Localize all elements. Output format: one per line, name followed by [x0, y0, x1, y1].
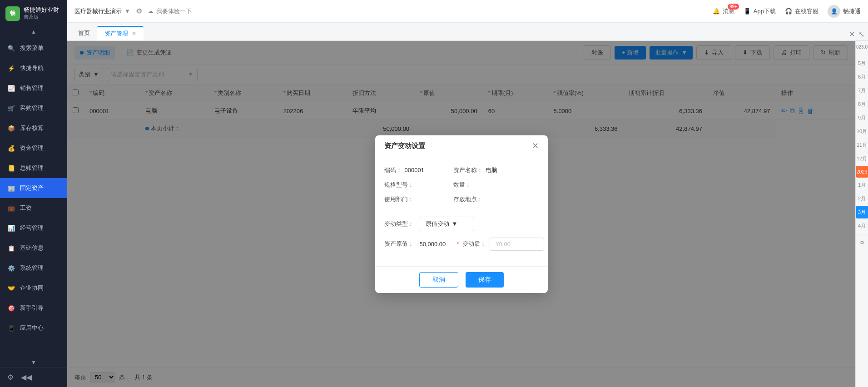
settings-gear-icon[interactable]: ⚙ [136, 7, 142, 15]
app-center-icon: 📱 [7, 324, 15, 332]
month-2[interactable]: 2月 [856, 192, 868, 205]
guide-icon: 🎯 [7, 304, 15, 312]
sidebar-item-search[interactable]: 🔍 搜索菜单 [0, 38, 67, 58]
spacer [862, 52, 863, 56]
month-11[interactable]: 11月 [856, 139, 868, 151]
cooperation-icon: 🤝 [7, 284, 15, 292]
headset-icon: 🎧 [785, 8, 792, 15]
after-label: 变动后： [462, 240, 486, 248]
collapse-icon[interactable]: ◀◀ [21, 373, 32, 382]
sidebar-item-ledger[interactable]: 📒 总账管理 [0, 158, 67, 178]
code-field: 编码： 000001 [384, 166, 448, 174]
user-menu[interactable]: 👤 畅捷通 [828, 5, 861, 18]
app-download-button[interactable]: 📱 App下载 [744, 7, 776, 15]
dept-field: 使用部门： [384, 195, 448, 203]
month-12[interactable]: 12月 [856, 152, 868, 165]
asset-value-label: 资产原值： [384, 240, 416, 248]
bell-icon: 🔔 [713, 8, 720, 15]
save-button[interactable]: 保存 [466, 272, 504, 288]
modal-row-1: 编码： 000001 资产名称： 电脑 [384, 166, 539, 174]
modal-close-button[interactable]: ✕ [532, 141, 539, 151]
month-1[interactable]: 1月 [856, 179, 868, 191]
customer-service-button[interactable]: 🎧 在线客服 [785, 7, 818, 15]
sidebar-item-purchase[interactable]: 🛒 采购管理 [0, 98, 67, 118]
topbar-right: 🔔 消息 99+ 📱 App下载 🎧 在线客服 👤 畅捷通 [713, 5, 861, 18]
month-10[interactable]: 10月 [856, 125, 868, 138]
system-icon: ⚙️ [7, 264, 15, 272]
ledger-icon: 📒 [7, 164, 15, 172]
modal-title: 资产变动设置 [384, 142, 425, 150]
location-field: 存放地点： [453, 195, 517, 203]
sidebar-item-fixed-assets[interactable]: 🏢 固定资产 [0, 178, 67, 198]
right-mini-panel: 2023.03 5月 6月 7月 8月 9月 10月 11月 12月 2023 … [855, 41, 868, 387]
company-dropdown-icon: ▼ [124, 8, 130, 15]
spec-field: 规格型号： [384, 181, 448, 189]
content-area: 资产明细 📄 变更生成凭证 对账 + 新增 批量操作 ▼ ⬇ 导入 [67, 41, 855, 387]
month-7[interactable]: 7月 [856, 84, 868, 97]
sidebar-item-sales[interactable]: 📈 销售管理 [0, 78, 67, 98]
tab-home[interactable]: 首页 [71, 26, 97, 40]
modal-row-3: 使用部门： 存放地点： [384, 195, 539, 203]
modal-overlay: 资产变动设置 ✕ 编码： 000001 资产名称： 电脑 [67, 41, 855, 387]
modal-row-2: 规格型号： 数量： [384, 181, 539, 189]
basic-info-icon: 📋 [7, 244, 15, 252]
logo-text: 畅捷通好业财 普及版 [24, 6, 59, 21]
asset-name-field: 资产名称： 电脑 [453, 166, 517, 174]
salary-icon: 💼 [7, 204, 15, 212]
fund-icon: 💰 [7, 144, 15, 152]
asset-value-row: 资产原值： 50,000.00 * 变动后： [384, 238, 539, 251]
sidebar-item-system[interactable]: ⚙️ 系统管理 [0, 258, 67, 278]
purchase-icon: 🛒 [7, 104, 15, 112]
logo-icon: 畅 [5, 6, 20, 21]
month-4[interactable]: 4月 [856, 219, 868, 232]
sidebar-item-guide[interactable]: 🎯 新手引导 [0, 298, 67, 318]
mini-settings[interactable]: ⚙ [856, 236, 868, 249]
modal-header: 资产变动设置 ✕ [375, 135, 548, 157]
change-type-input-wrap: 原值变动 ▼ [420, 217, 539, 231]
tab-asset-management[interactable]: 资产管理 ✕ [97, 26, 144, 40]
mini-divider [856, 234, 868, 234]
change-type-select[interactable]: 原值变动 ▼ [420, 217, 474, 231]
month-8[interactable]: 8月 [856, 98, 868, 110]
sidebar-scroll-up[interactable]: ▲ [0, 27, 67, 36]
settings-icon[interactable]: ⚙ [7, 373, 14, 382]
change-type-row: 变动类型： 原值变动 ▼ [384, 217, 539, 231]
avatar: 👤 [828, 5, 840, 18]
year-highlight[interactable]: 2023 [856, 166, 868, 178]
business-icon: 📊 [7, 224, 15, 232]
sidebar-item-cooperation[interactable]: 🤝 企业协同 [0, 278, 67, 298]
sidebar-item-inventory[interactable]: 📦 库存核算 [0, 118, 67, 138]
company-selector[interactable]: 医疗器械行业演示 ▼ [74, 7, 130, 15]
quick-nav-icon: ⚡ [7, 64, 15, 72]
cloud-icon: ☁ [148, 8, 154, 15]
experience-button[interactable]: ☁ 我要体验一下 [148, 7, 192, 15]
topbar: 医疗器械行业演示 ▼ ⚙ ☁ 我要体验一下 🔔 消息 99+ 📱 App下载 🎧… [67, 0, 868, 23]
search-icon: 🔍 [7, 44, 15, 52]
window-close-icon[interactable]: ✕ [849, 30, 855, 39]
sidebar-item-business[interactable]: 📊 经营管理 [0, 218, 67, 238]
month-3[interactable]: 3月 [856, 206, 868, 218]
sidebar-item-app-center[interactable]: 📱 应用中心 [0, 318, 67, 338]
inventory-icon: 📦 [7, 124, 15, 132]
month-5[interactable]: 5月 [856, 57, 868, 69]
current-date-display: 2023.03 [855, 43, 868, 51]
notification-button[interactable]: 🔔 消息 99+ [713, 7, 734, 15]
content-wrapper: 资产明细 📄 变更生成凭证 对账 + 新增 批量操作 ▼ ⬇ 导入 [67, 41, 868, 387]
change-type-label: 变动类型： [384, 220, 416, 228]
modal-footer: 取消 保存 [375, 266, 548, 293]
month-6[interactable]: 6月 [856, 70, 868, 83]
sidebar-item-basic-info[interactable]: 📋 基础信息 [0, 238, 67, 258]
sidebar: 畅 畅捷通好业财 普及版 ▲ 🔍 搜索菜单 ⚡ 快捷导航 📈 销售管理 🛒 采购… [0, 0, 67, 387]
month-9[interactable]: 9月 [856, 111, 868, 124]
after-value-input[interactable] [490, 238, 544, 251]
window-controls: ✕ ⤡ [849, 30, 864, 40]
sidebar-item-salary[interactable]: 💼 工资 [0, 198, 67, 218]
tab-close-icon[interactable]: ✕ [132, 30, 136, 37]
download-icon: 📱 [744, 8, 751, 15]
cancel-button[interactable]: 取消 [419, 272, 458, 288]
sidebar-item-fund[interactable]: 💰 资金管理 [0, 138, 67, 158]
sidebar-scroll-down[interactable]: ▼ [0, 358, 67, 367]
sidebar-item-quick-nav[interactable]: ⚡ 快捷导航 [0, 58, 67, 78]
modal-body: 编码： 000001 资产名称： 电脑 规格型号： [375, 157, 548, 266]
window-maximize-icon[interactable]: ⤡ [858, 30, 864, 39]
